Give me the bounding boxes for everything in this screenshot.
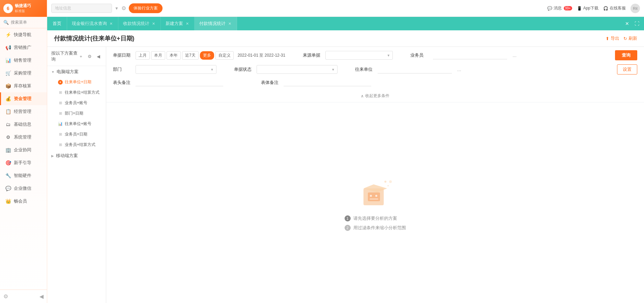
query-btn[interactable]: 查询 — [615, 50, 637, 60]
salesman-dots[interactable]: ... — [511, 52, 518, 59]
sidebar-item-purchase[interactable]: 🛒 采购管理 — [0, 67, 47, 80]
sidebar-item-enterprise[interactable]: 🏢 企业协同 — [0, 144, 47, 156]
filter-row-dept: 部门 ▼ 单据状态 ▼ — [113, 64, 637, 74]
svg-point-3 — [387, 185, 389, 186]
page-body: 按以下方案查询 + ⚙ ◀ ▼ — [47, 47, 644, 303]
empty-tips: 1 请先选择要分析的方案 2 用过滤条件来缩小分析范围 — [345, 215, 406, 231]
nav-label: 基础信息 — [14, 121, 31, 127]
source-select[interactable] — [325, 51, 393, 60]
sidebar-item-sales[interactable]: 📊 销售管理 — [0, 54, 47, 67]
date-btn-this-year[interactable]: 本年 — [167, 51, 181, 60]
sidebar-item-inventory[interactable]: 📦 库存核算 — [0, 80, 47, 92]
scheme-group-mobile[interactable]: ▶ 移动端方案 — [47, 150, 106, 161]
tab-payments[interactable]: 付款情况统计 ✕ — [195, 17, 237, 30]
topbar-right: 💬 消息 99+ 📱 App下载 🎧 在线客服 Rit — [547, 4, 640, 13]
sidebar-item-capital[interactable]: 💰 资金管理 — [0, 92, 47, 105]
scheme-item-salesman-settle[interactable]: ⊞ 业务员+结算方式 — [47, 140, 106, 150]
search-menu-label: 搜索菜单 — [11, 20, 27, 25]
tab-bank-close[interactable]: ✕ — [109, 21, 113, 27]
date-btn-this-month[interactable]: 本月 — [151, 51, 165, 60]
export-btn[interactable]: ⬆ 导出 — [606, 35, 619, 41]
header-note-input[interactable] — [136, 79, 223, 86]
scheme-group-desktop-title[interactable]: ▼ 电脑端方案 — [47, 66, 106, 77]
settings-icon[interactable]: ⚙ — [121, 5, 126, 11]
scheme-item-unit-settle[interactable]: ⊞ 往来单位+结算方式 — [47, 87, 106, 98]
tab-payments-close[interactable]: ✕ — [228, 21, 232, 27]
collapse-bar[interactable]: ∧ 收起更多条件 — [113, 90, 637, 102]
app-download-group[interactable]: 📱 App下载 — [577, 5, 598, 11]
related-unit-input[interactable] — [378, 66, 452, 73]
notice-badge: 99+ — [564, 6, 572, 10]
add-scheme-btn[interactable]: + — [78, 53, 84, 60]
scheme-item-dept-date[interactable]: ⊞ 部门+日期 — [47, 108, 106, 119]
online-service-group[interactable]: 🎧 在线客服 — [603, 5, 626, 11]
sidebar-item-marketing[interactable]: 📢 营销推广 — [0, 41, 47, 54]
maximize-icon[interactable]: ⛶ — [633, 20, 641, 28]
refresh-icon: ↻ — [623, 36, 627, 41]
sidebar-item-guide[interactable]: 🎯 新手引导 — [0, 156, 47, 169]
tab-bank[interactable]: 现金银行流水查询 ✕ — [67, 17, 118, 30]
svg-point-6 — [370, 195, 372, 197]
salesman-input[interactable] — [433, 52, 507, 59]
tabbar: 首页 现金银行流水查询 ✕ 收款情况统计 ✕ 新建方案 ✕ 付款情况统计 ✕ ✕… — [47, 17, 644, 30]
tab-receipts-close[interactable]: ✕ — [151, 21, 156, 27]
scheme-item-unit-account[interactable]: 📊 往来单位+账号 — [47, 119, 106, 129]
notice-group[interactable]: 💬 消息 99+ — [547, 5, 572, 11]
nav-label: 快捷导航 — [14, 32, 31, 38]
nav-label: 资金管理 — [14, 96, 31, 102]
tab-new-scheme-close[interactable]: ✕ — [185, 21, 189, 27]
scheme-item-unit-date[interactable]: ● 往来单位+日期 — [47, 77, 106, 87]
filter-section: 单据日期 上月 本月 本年 近7天 更多 自定义 2022-01-01 至 20… — [106, 47, 644, 102]
sidebar-item-hardware[interactable]: 🔧 智能硬件 — [0, 169, 47, 182]
tab-receipts[interactable]: 收款情况统计 ✕ — [118, 17, 161, 30]
sidebar-item-system[interactable]: ⚙ 系统管理 — [0, 131, 47, 144]
dept-filter-label: 部门 — [113, 66, 131, 72]
svg-rect-5 — [368, 192, 380, 201]
chevron-down-icon[interactable]: ▼ — [115, 6, 119, 11]
sidebar-item-quick-nav[interactable]: ⚡ 快捷导航 — [0, 28, 47, 41]
scheme-settings-btn[interactable]: ⚙ — [86, 53, 93, 60]
search-icon: 🔍 — [3, 20, 9, 25]
gear-icon: ⚙ — [88, 54, 92, 59]
date-btn-last-month[interactable]: 上月 — [136, 51, 150, 60]
tab-home-label: 首页 — [53, 21, 61, 27]
sidebar-item-wechat[interactable]: 💬 企业微信 — [0, 182, 47, 195]
tab-home[interactable]: 首页 — [47, 17, 67, 30]
date-btn-7days[interactable]: 近7天 — [182, 51, 199, 60]
user-avatar[interactable]: Rit — [631, 4, 640, 13]
tab-new-scheme[interactable]: 新建方案 ✕ — [161, 17, 195, 30]
trial-btn[interactable]: 体验行业方案 — [129, 3, 163, 13]
wechat-icon: 💬 — [5, 185, 11, 191]
nav-label: 智能硬件 — [14, 173, 31, 179]
scheme-panel-icons: + ⚙ ◀ — [78, 53, 102, 60]
scheme-item-salesman-date[interactable]: ⊞ 业务员+日期 — [47, 129, 106, 140]
sidebar-item-member[interactable]: 👑 畅会员 — [0, 195, 47, 208]
scheme-panel-header: 按以下方案查询 + ⚙ ◀ — [47, 47, 106, 66]
logo-text-group: 畅捷通巧 标准版 — [15, 3, 31, 13]
collapse-sidebar-icon[interactable]: ◀ — [39, 293, 43, 300]
date-buttons: 上月 本月 本年 近7天 更多 自定义 — [136, 51, 234, 60]
tip-text-1: 请先选择要分析的方案 — [353, 215, 397, 221]
scheme-collapse-btn[interactable]: ◀ — [95, 53, 102, 60]
voucher-status-select[interactable] — [257, 65, 338, 74]
date-btn-custom[interactable]: 自定义 — [215, 51, 234, 60]
settings-btn[interactable]: 设置 — [617, 64, 637, 74]
settings-bottom-icon[interactable]: ⚙ — [3, 293, 8, 300]
date-btn-more[interactable]: 更多 — [200, 51, 214, 60]
address-bar[interactable]: 地址信息 — [51, 4, 112, 13]
body-note-label: 表体备注 — [261, 80, 280, 86]
refresh-btn[interactable]: ↻ 刷新 — [623, 35, 637, 41]
tip-num-2: 2 — [345, 225, 351, 231]
body-note-input[interactable] — [284, 79, 371, 86]
scheme-item-salesman-account[interactable]: ⊞ 业务员+账号 — [47, 98, 106, 108]
related-unit-dots[interactable]: ... — [456, 66, 463, 73]
search-menu[interactable]: 🔍 搜索菜单 — [0, 17, 47, 28]
sidebar-item-basic[interactable]: 🗂 基础信息 — [0, 118, 47, 131]
dept-select-wrap: ▼ — [136, 65, 216, 74]
scheme-panel: 按以下方案查询 + ⚙ ◀ ▼ — [47, 47, 106, 303]
nav-label: 采购管理 — [14, 70, 31, 76]
main-content: 地址信息 ▼ ⚙ 体验行业方案 💬 消息 99+ 📱 App下载 🎧 在线客服 … — [47, 0, 644, 303]
dept-select[interactable] — [136, 65, 216, 74]
close-all-icon[interactable]: ✕ — [624, 20, 631, 28]
sidebar-item-operation[interactable]: 📋 经营管理 — [0, 105, 47, 118]
